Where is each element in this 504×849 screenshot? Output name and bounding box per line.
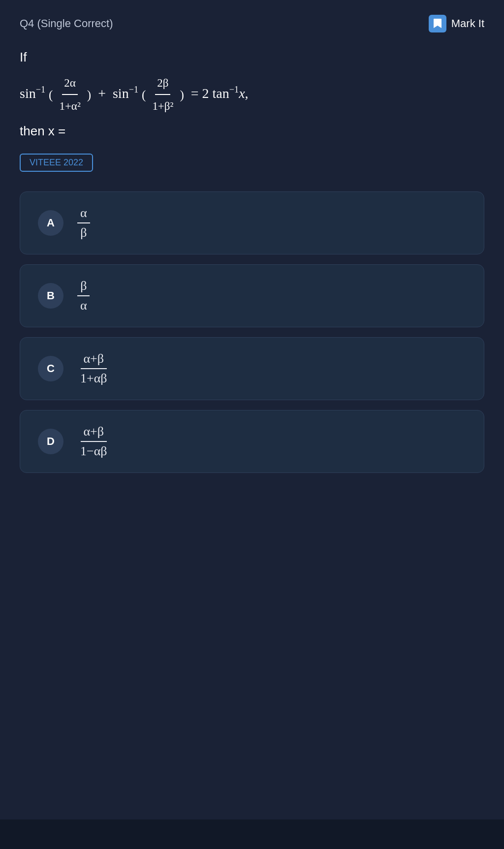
then-x-text: then x =: [20, 121, 484, 142]
header-row: Q4 (Single Correct) Mark It: [20, 15, 484, 32]
option-d[interactable]: D α+β 1−αβ: [20, 410, 484, 473]
option-a[interactable]: A α β: [20, 191, 484, 254]
option-c-circle: C: [38, 356, 63, 381]
option-b-text: β α: [77, 279, 90, 313]
option-a-text: α β: [77, 206, 90, 240]
page-container: Q4 (Single Correct) Mark It If sin−1 ( 2…: [0, 0, 504, 849]
question-body: If sin−1 ( 2α 1+α² ) + sin−1 ( 2β 1+β² )…: [20, 47, 484, 177]
math-formula: sin−1 ( 2α 1+α² ) + sin−1 ( 2β 1+β² ) = …: [20, 73, 484, 117]
option-b[interactable]: B β α: [20, 264, 484, 327]
mark-it-button[interactable]: Mark It: [429, 15, 484, 32]
option-d-circle: D: [38, 429, 63, 454]
question-label: Q4 (Single Correct): [20, 17, 113, 30]
option-c-text: α+β 1+αβ: [77, 351, 110, 386]
bottom-bar: [0, 819, 504, 849]
option-d-text: α+β 1−αβ: [77, 424, 110, 459]
mark-it-label: Mark It: [451, 17, 484, 30]
option-a-circle: A: [38, 210, 63, 236]
option-b-circle: B: [38, 283, 63, 309]
option-c[interactable]: C α+β 1+αβ: [20, 337, 484, 400]
tag-badge[interactable]: VITEEE 2022: [20, 154, 93, 172]
question-intro: If: [20, 47, 484, 68]
options-container: A α β B β α C: [20, 191, 484, 473]
bookmark-icon: [429, 15, 446, 32]
